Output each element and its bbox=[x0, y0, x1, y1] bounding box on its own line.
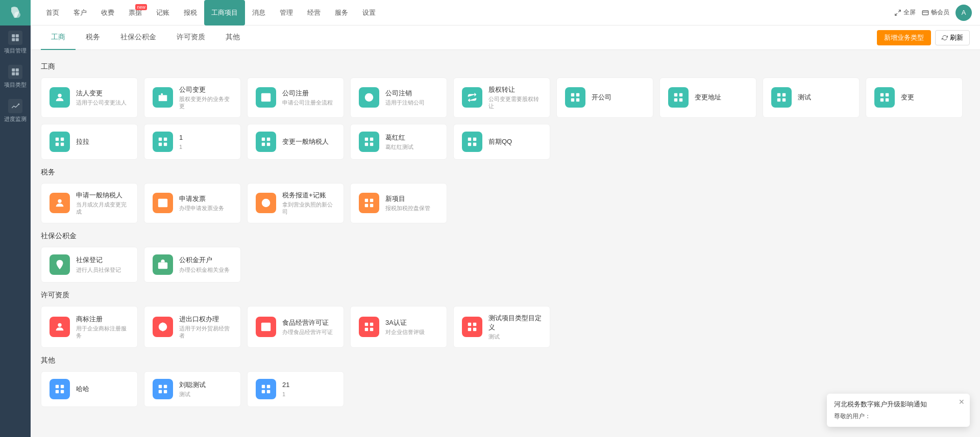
svg-rect-81 bbox=[468, 323, 471, 326]
card-new-project[interactable]: 新项目 报税加税控盘保管 bbox=[350, 183, 447, 223]
card-front-qq[interactable]: 前期QQ bbox=[453, 124, 550, 160]
svg-rect-25 bbox=[571, 98, 574, 101]
svg-rect-57 bbox=[468, 143, 471, 146]
svg-rect-37 bbox=[880, 98, 884, 101]
card-desc: 办理食品经营许可证 bbox=[282, 328, 335, 336]
card-desc: 当月或次月成变更完成 bbox=[76, 201, 129, 216]
svg-rect-7 bbox=[12, 72, 15, 75]
fullscreen-btn[interactable]: 全屏 bbox=[894, 8, 916, 17]
svg-rect-83 bbox=[468, 328, 471, 331]
card-liuchao-test[interactable]: 刘聪测试 测试 bbox=[144, 371, 241, 407]
card-icon-fund-open bbox=[153, 254, 173, 275]
card-open-company[interactable]: 开公司 bbox=[556, 78, 653, 118]
tab-permit[interactable]: 许可资质 bbox=[166, 25, 215, 50]
notification-close-button[interactable]: ✕ bbox=[959, 398, 965, 406]
tab-industry[interactable]: 工商 bbox=[41, 25, 76, 50]
card-icon-company-change bbox=[153, 87, 173, 108]
card-company-register[interactable]: 公司注册 申请公司注册全流程 bbox=[247, 78, 344, 118]
card-title: 拉拉 bbox=[76, 137, 129, 146]
nav-customer[interactable]: 客户 bbox=[66, 0, 94, 25]
svg-rect-47 bbox=[262, 138, 265, 141]
card-desc: 1 bbox=[179, 143, 232, 150]
card-change2[interactable]: 变更 bbox=[866, 78, 963, 118]
nav-operation[interactable]: 经营 bbox=[300, 0, 328, 25]
card-change-address[interactable]: 变更地址 bbox=[659, 78, 756, 118]
sidebar-item-project-type[interactable]: 项目类型 bbox=[0, 60, 31, 94]
card-title: 食品经营许可证 bbox=[282, 318, 335, 327]
nav-tax[interactable]: 报税 bbox=[177, 0, 204, 25]
svg-rect-77 bbox=[365, 323, 368, 326]
nav-ticket[interactable]: 票据 new bbox=[121, 0, 149, 25]
card-icon-new-project bbox=[359, 193, 379, 213]
card-desc: 拿到营业执照的新公司 bbox=[282, 201, 335, 216]
svg-rect-82 bbox=[473, 323, 476, 326]
refresh-button[interactable]: 刷新 bbox=[935, 30, 970, 45]
card-title: 公司变更 bbox=[179, 85, 232, 94]
card-icon-trademark bbox=[50, 317, 70, 337]
nav-manage[interactable]: 管理 bbox=[273, 0, 300, 25]
svg-point-71 bbox=[58, 323, 61, 327]
card-text-fund-open: 公积金开户 办理公积金相关业务 bbox=[179, 255, 232, 273]
card-change-taxpayer[interactable]: 变更一般纳税人 bbox=[247, 124, 344, 160]
nav-settings[interactable]: 设置 bbox=[355, 0, 383, 25]
svg-rect-54 bbox=[370, 143, 373, 146]
card-title: 3A认证 bbox=[385, 318, 438, 327]
svg-rect-39 bbox=[56, 138, 59, 141]
new-type-button[interactable]: 新增业务类型 bbox=[877, 30, 931, 45]
nav-message[interactable]: 消息 bbox=[245, 0, 273, 25]
nav-industry[interactable]: 工商项目 bbox=[204, 0, 245, 25]
card-desc: 对企业信誉评级 bbox=[385, 328, 438, 336]
card-text-company-cancel: 公司注销 适用于注销公司 bbox=[385, 89, 438, 106]
card-ge-honghong[interactable]: 葛红红 葛红红测试 bbox=[350, 124, 447, 160]
card-desc: 适用于注销公司 bbox=[385, 99, 438, 106]
card-title: 刘聪测试 bbox=[179, 380, 232, 390]
nav-billing[interactable]: 收费 bbox=[94, 0, 121, 25]
card-3a-cert[interactable]: 3A认证 对企业信誉评级 bbox=[350, 306, 447, 348]
card-tax-report[interactable]: 税务报道+记账 拿到营业执照的新公司 bbox=[247, 183, 344, 223]
svg-rect-67 bbox=[370, 204, 373, 207]
tab-tax[interactable]: 税务 bbox=[76, 25, 110, 50]
card-test-type[interactable]: 测试项目类型目定义 测试 bbox=[453, 306, 550, 348]
tab-other[interactable]: 其他 bbox=[215, 25, 250, 50]
card-company-change[interactable]: 公司变更 股权变更外的业务变更 bbox=[144, 78, 241, 118]
card-haha[interactable]: 哈哈 bbox=[41, 371, 138, 407]
member-btn[interactable]: 畅会员 bbox=[922, 8, 949, 17]
card-text-change-taxpayer: 变更一般纳税人 bbox=[282, 137, 335, 146]
section-title-other: 其他 bbox=[41, 356, 970, 365]
card-title: 法人变更 bbox=[76, 89, 129, 98]
tab-social[interactable]: 社保公积金 bbox=[110, 25, 166, 50]
sidebar: 项目管理 项目类型 进度监测 bbox=[0, 0, 31, 437]
svg-rect-58 bbox=[473, 143, 476, 146]
sidebar-item-project-manage[interactable]: 项目管理 bbox=[0, 25, 31, 60]
svg-rect-35 bbox=[880, 93, 884, 96]
sidebar-item-progress-monitor[interactable]: 进度监测 bbox=[0, 94, 31, 128]
card-company-cancel[interactable]: 公司注销 适用于注销公司 bbox=[350, 78, 447, 118]
card-num1[interactable]: 1 1 bbox=[144, 124, 241, 160]
card-equity-transfer[interactable]: 股权转让 公司变更需要股权转让 bbox=[453, 78, 550, 118]
user-avatar[interactable]: A bbox=[955, 5, 972, 21]
nav-service[interactable]: 服务 bbox=[328, 0, 355, 25]
svg-rect-74 bbox=[261, 323, 271, 331]
nav-home[interactable]: 首页 bbox=[39, 0, 66, 25]
card-food-permit[interactable]: 食品经营许可证 办理食品经营许可证 bbox=[247, 306, 344, 348]
card-apply-invoice[interactable]: 申请发票 办理申请发票业务 bbox=[144, 183, 241, 223]
card-text-lala: 拉拉 bbox=[76, 137, 129, 146]
card-fund-open[interactable]: 公积金开户 办理公积金相关业务 bbox=[144, 247, 241, 282]
card-social-register[interactable]: 社保登记 进行人员社保登记 bbox=[41, 247, 138, 282]
svg-line-10 bbox=[898, 10, 900, 12]
card-lala[interactable]: 拉拉 bbox=[41, 124, 138, 160]
social-cards: 社保登记 进行人员社保登记 公积金开户 办理公积金相关业务 bbox=[41, 247, 970, 282]
new-badge: new bbox=[135, 4, 147, 11]
card-apply-taxpayer[interactable]: 申请一般纳税人 当月或次月成变更完成 bbox=[41, 183, 138, 223]
svg-rect-2 bbox=[16, 34, 19, 37]
nav-accounting[interactable]: 记账 bbox=[149, 0, 177, 25]
card-legal-change[interactable]: 法人变更 适用于公司变更法人 bbox=[41, 78, 138, 118]
card-num21[interactable]: 21 1 bbox=[247, 371, 344, 407]
card-trademark[interactable]: 商标注册 用于企业商标注册服务 bbox=[41, 306, 138, 348]
card-icon-change-address bbox=[668, 87, 689, 108]
svg-rect-85 bbox=[56, 385, 59, 388]
card-test[interactable]: 测试 bbox=[763, 78, 860, 118]
card-title: 1 bbox=[179, 133, 232, 142]
card-import-export[interactable]: 进出口权办理 适用于对外贸易经营者 bbox=[144, 306, 241, 348]
card-desc: 申请公司注册全流程 bbox=[282, 99, 335, 106]
